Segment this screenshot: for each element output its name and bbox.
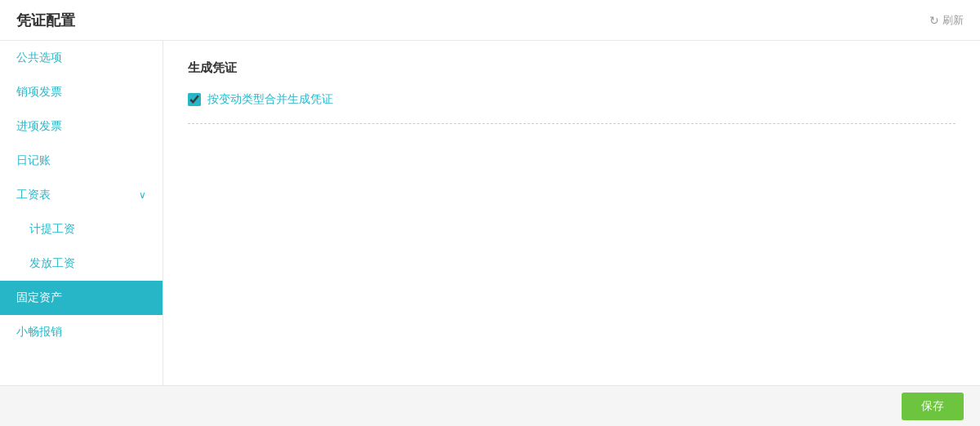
sidebar-item-issue-payroll[interactable]: 发放工资 bbox=[0, 246, 163, 281]
checkbox-row: 按变动类型合并生成凭证 bbox=[188, 92, 956, 107]
sidebar-item-label: 公共选项 bbox=[16, 51, 62, 65]
chevron-down-icon: ∨ bbox=[139, 189, 146, 201]
sidebar-item-public-options[interactable]: 公共选项 bbox=[0, 41, 163, 75]
sidebar-item-journal[interactable]: 日记账 bbox=[0, 144, 163, 178]
refresh-icon: ↻ bbox=[929, 14, 939, 27]
sidebar-item-petty-expense[interactable]: 小畅报销 bbox=[0, 315, 163, 349]
sidebar-item-label: 计提工资 bbox=[29, 222, 75, 237]
sidebar-item-label: 固定资产 bbox=[16, 291, 62, 305]
sidebar-item-purchase-invoice[interactable]: 进项发票 bbox=[0, 109, 163, 144]
sidebar-item-sales-invoice[interactable]: 销项发票 bbox=[0, 75, 163, 109]
sidebar-item-label: 销项发票 bbox=[16, 85, 62, 100]
page-wrapper: 凭证配置 ↻ 刷新 公共选项销项发票进项发票日记账工资表∨计提工资发放工资固定资… bbox=[0, 0, 980, 426]
sidebar-item-label: 发放工资 bbox=[29, 256, 75, 271]
sidebar: 公共选项销项发票进项发票日记账工资表∨计提工资发放工资固定资产小畅报销 bbox=[0, 41, 163, 385]
sidebar-item-label: 工资表 bbox=[16, 188, 51, 202]
section-title: 生成凭证 bbox=[188, 60, 956, 76]
sidebar-item-fixed-assets[interactable]: 固定资产 bbox=[0, 281, 163, 315]
page-header: 凭证配置 ↻ 刷新 bbox=[0, 0, 980, 41]
main-layout: 公共选项销项发票进项发票日记账工资表∨计提工资发放工资固定资产小畅报销 生成凭证… bbox=[0, 41, 980, 385]
sidebar-item-calc-payroll[interactable]: 计提工资 bbox=[0, 212, 163, 246]
refresh-button[interactable]: ↻ 刷新 bbox=[929, 13, 964, 28]
sidebar-item-label: 进项发票 bbox=[16, 119, 62, 134]
merge-checkbox-label[interactable]: 按变动类型合并生成凭证 bbox=[207, 92, 333, 107]
sidebar-item-label: 日记账 bbox=[16, 153, 51, 168]
section-divider bbox=[188, 123, 956, 124]
page-title: 凭证配置 bbox=[16, 11, 75, 30]
merge-checkbox[interactable] bbox=[188, 93, 201, 106]
save-button[interactable]: 保存 bbox=[902, 393, 964, 420]
sidebar-item-payroll-table[interactable]: 工资表∨ bbox=[0, 178, 163, 212]
content-area: 生成凭证 按变动类型合并生成凭证 bbox=[163, 41, 980, 385]
refresh-label: 刷新 bbox=[942, 13, 964, 28]
page-footer: 保存 bbox=[0, 385, 980, 426]
sidebar-item-label: 小畅报销 bbox=[16, 325, 62, 339]
